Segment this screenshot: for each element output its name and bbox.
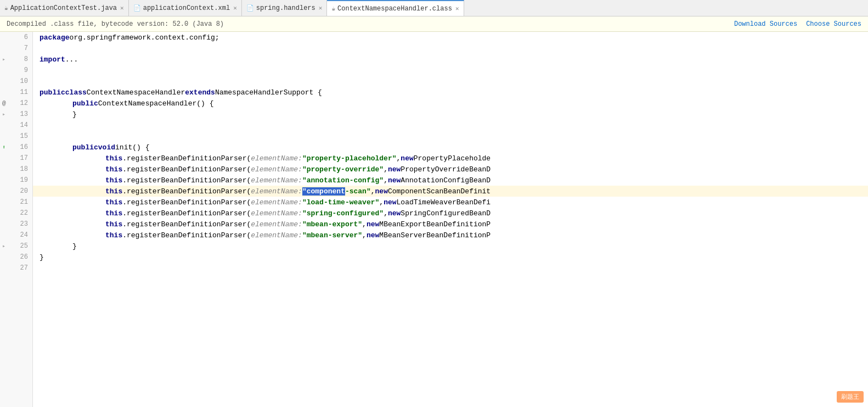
token: new bbox=[388, 209, 401, 218]
tab-app-context-xml[interactable]: 📄 applicationContext.xml ✕ bbox=[129, 0, 242, 16]
code-line bbox=[33, 131, 868, 142]
code-line bbox=[33, 263, 868, 274]
token: new bbox=[384, 198, 396, 207]
token: this bbox=[105, 154, 122, 163]
token: new bbox=[388, 165, 401, 174]
selected-token: "component bbox=[302, 187, 345, 196]
close-icon[interactable]: ✕ bbox=[233, 4, 237, 12]
token: -scan" bbox=[345, 187, 371, 196]
token: .registerBeanDefinitionParser( bbox=[122, 176, 251, 185]
line-numbers: 67▸891011@12▸131415⬆161718192021222324▸2… bbox=[0, 32, 33, 407]
token: init() { bbox=[115, 143, 149, 152]
line-number: 19 bbox=[0, 175, 32, 186]
line-number: 9 bbox=[0, 65, 32, 76]
token: "mbean-server" bbox=[302, 231, 362, 239]
code-line: this.registerBeanDefinitionParser(elemen… bbox=[33, 153, 868, 164]
tab-context-namespace[interactable]: ☕ ContextNamespaceHandler.class ✕ bbox=[327, 0, 464, 16]
code-line: import ... bbox=[33, 54, 868, 65]
tab-label: ApplicationContextTest.java bbox=[10, 4, 117, 12]
token: .registerBeanDefinitionParser( bbox=[122, 198, 251, 207]
token: this bbox=[105, 220, 122, 228]
code-line: package org.springframework.context.conf… bbox=[33, 32, 868, 43]
source-links: Download Sources Choose Sources bbox=[734, 20, 861, 28]
close-icon[interactable]: ✕ bbox=[120, 4, 124, 12]
tab-label: spring.handlers bbox=[256, 4, 315, 12]
token: "annotation-config" bbox=[302, 176, 384, 185]
line-number: ⬆16 bbox=[0, 142, 32, 153]
tab-app-context-test[interactable]: ☕ ApplicationContextTest.java ✕ bbox=[0, 0, 129, 16]
java-icon: ☕ bbox=[4, 4, 8, 12]
code-area: 67▸891011@12▸131415⬆161718192021222324▸2… bbox=[0, 32, 868, 407]
tab-label: ContextNamespaceHandler.class bbox=[337, 5, 452, 13]
code-content[interactable]: package org.springframework.context.conf… bbox=[33, 32, 868, 407]
token: .registerBeanDefinitionParser( bbox=[122, 154, 251, 163]
line-number: 17 bbox=[0, 153, 32, 164]
code-line: public void init() { bbox=[33, 142, 868, 153]
code-line: } bbox=[33, 241, 868, 252]
token: } bbox=[72, 242, 77, 250]
line-number: 7 bbox=[0, 43, 32, 54]
token: .registerBeanDefinitionParser( bbox=[122, 220, 251, 228]
code-line: this.registerBeanDefinitionParser(elemen… bbox=[33, 186, 868, 197]
close-icon[interactable]: ✕ bbox=[319, 4, 323, 12]
token: public bbox=[72, 99, 98, 108]
token: org.springframework.context.config; bbox=[70, 34, 219, 42]
line-number: 10 bbox=[0, 76, 32, 87]
token: new bbox=[375, 187, 388, 196]
tab-spring-handlers[interactable]: 📄 spring.handlers ✕ bbox=[242, 0, 328, 16]
token: , bbox=[384, 165, 388, 174]
line-number: 11 bbox=[0, 87, 32, 98]
token: elementName: bbox=[251, 176, 302, 185]
token: .registerBeanDefinitionParser( bbox=[122, 209, 251, 218]
token: MBeanServerBeanDefinitionP bbox=[379, 231, 491, 239]
token: , bbox=[362, 231, 367, 239]
download-sources-link[interactable]: Download Sources bbox=[734, 20, 797, 28]
line-number: 18 bbox=[0, 164, 32, 175]
token: elementName: bbox=[251, 154, 302, 163]
token: ... bbox=[65, 55, 78, 64]
line-number: ▸8 bbox=[0, 54, 32, 65]
token: PropertyPlaceholde bbox=[414, 154, 491, 163]
decompile-info: Decompiled .class file, bytecode version… bbox=[7, 20, 224, 28]
choose-sources-link[interactable]: Choose Sources bbox=[806, 20, 861, 28]
token: "mbean-export" bbox=[302, 220, 362, 228]
token: ContextNamespaceHandler() { bbox=[98, 99, 214, 108]
fold-icon: ▸ bbox=[2, 111, 5, 118]
line-number: 27 bbox=[0, 263, 32, 274]
token: elementName: bbox=[251, 165, 302, 174]
line-number: 21 bbox=[0, 197, 32, 208]
line-number: ▸25 bbox=[0, 241, 32, 252]
tab-label: applicationContext.xml bbox=[143, 4, 230, 12]
close-icon[interactable]: ✕ bbox=[455, 5, 459, 12]
token: elementName: bbox=[251, 220, 302, 228]
token: ComponentScanBeanDefinit bbox=[388, 187, 491, 196]
token: elementName: bbox=[251, 198, 302, 207]
token: void bbox=[98, 143, 115, 152]
xml-icon: 📄 bbox=[133, 4, 141, 12]
token: new bbox=[388, 176, 401, 185]
token: this bbox=[105, 187, 122, 196]
token: import bbox=[40, 55, 65, 64]
code-line: this.registerBeanDefinitionParser(elemen… bbox=[33, 208, 868, 219]
token: "property-override" bbox=[302, 165, 384, 174]
code-line bbox=[33, 76, 868, 87]
token: "property-placeholder" bbox=[302, 154, 397, 163]
tab-bar: ☕ ApplicationContextTest.java ✕ 📄 applic… bbox=[0, 0, 868, 16]
line-number: 14 bbox=[0, 120, 32, 131]
token: SpringConfiguredBeanD bbox=[401, 209, 491, 218]
token: elementName: bbox=[251, 209, 302, 218]
token: elementName: bbox=[251, 231, 302, 239]
class-icon: ☕ bbox=[331, 5, 335, 12]
token: this bbox=[105, 198, 122, 207]
code-line bbox=[33, 43, 868, 54]
token: .registerBeanDefinitionParser( bbox=[122, 187, 251, 196]
token: extends bbox=[185, 88, 215, 97]
token: } bbox=[72, 110, 77, 119]
line-number: 24 bbox=[0, 230, 32, 241]
token: this bbox=[105, 231, 122, 239]
token: "spring-configured" bbox=[302, 209, 384, 218]
token: AnnotationConfigBeanD bbox=[401, 176, 491, 185]
code-line: public class ContextNamespaceHandler ext… bbox=[33, 87, 868, 98]
token: new bbox=[401, 154, 413, 163]
token: , bbox=[384, 209, 388, 218]
